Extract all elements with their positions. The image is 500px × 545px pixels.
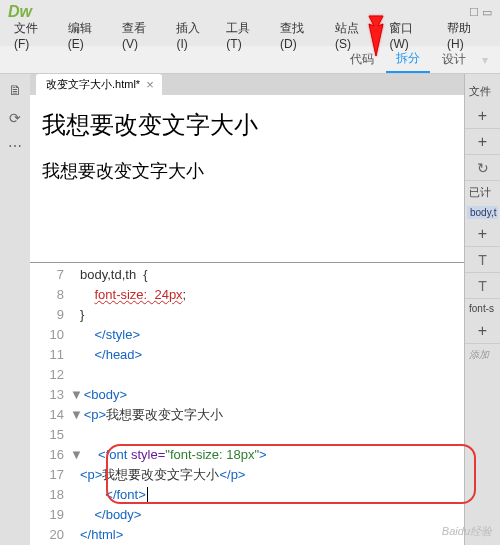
left-tool-rail: 🗎 ⟳ ⋯ <box>0 74 30 545</box>
menu-file[interactable]: 文件(F) <box>6 20 60 51</box>
view-dropdown-icon[interactable]: ▾ <box>482 53 488 67</box>
tab-title: 改变文字大小.html* <box>46 77 140 92</box>
code-content[interactable]: body,td,th { font-size: 24px; } </style>… <box>70 263 464 545</box>
panel-body-badge[interactable]: body,t <box>467 206 498 219</box>
annotation-arrow <box>365 14 387 62</box>
panel-plus-4[interactable]: + <box>465 318 500 344</box>
panel-t-icon-2[interactable]: T <box>465 273 500 299</box>
menu-tools[interactable]: 工具(T) <box>218 20 272 51</box>
panel-refresh-icon[interactable]: ↻ <box>465 155 500 181</box>
document-tab[interactable]: 改变文字大小.html* × <box>36 74 162 95</box>
file-icon[interactable]: 🗎 <box>8 82 22 98</box>
panel-add-label[interactable]: 添加 <box>465 344 500 366</box>
menu-insert[interactable]: 插入(I) <box>168 20 218 51</box>
tab-close-icon[interactable]: × <box>146 77 154 92</box>
panel-files-label[interactable]: 文件 <box>465 80 500 103</box>
view-design-button[interactable]: 设计 <box>432 47 476 72</box>
menu-window[interactable]: 窗口(W) <box>381 20 439 51</box>
right-panel: 文件 + + ↻ 已计 body,t + T T font-s + 添加 <box>464 74 500 545</box>
panel-plus-3[interactable]: + <box>465 221 500 247</box>
panel-t-icon-1[interactable]: T <box>465 247 500 273</box>
menu-bar: 文件(F) 编辑(E) 查看(V) 插入(I) 工具(T) 查找(D) 站点(S… <box>0 24 500 46</box>
document-tab-strip: 改变文字大小.html* × <box>30 74 464 95</box>
more-icon[interactable]: ⋯ <box>8 138 22 154</box>
window-controls[interactable]: ☐ ▭ <box>469 6 492 19</box>
code-editor-pane[interactable]: 7891011121314151617181920 body,td,th { f… <box>30 263 464 545</box>
app-logo: Dw <box>8 3 32 21</box>
preview-text-small: 我想要改变文字大小 <box>42 159 452 183</box>
panel-computed-label[interactable]: 已计 <box>465 181 500 204</box>
preview-text-large: 我想要改变文字大小 <box>42 109 452 141</box>
design-preview-pane[interactable]: 我想要改变文字大小 我想要改变文字大小 <box>30 95 464 263</box>
menu-edit[interactable]: 编辑(E) <box>60 20 114 51</box>
menu-find[interactable]: 查找(D) <box>272 20 327 51</box>
watermark-text: Baidu经验 <box>442 524 492 539</box>
manage-icon[interactable]: ⟳ <box>9 110 21 126</box>
panel-fontsize-label: font-s <box>465 299 500 318</box>
menu-help[interactable]: 帮助(H) <box>439 20 494 51</box>
panel-plus-1[interactable]: + <box>465 103 500 129</box>
line-number-gutter: 7891011121314151617181920 <box>30 263 70 545</box>
panel-plus-2[interactable]: + <box>465 129 500 155</box>
menu-view[interactable]: 查看(V) <box>114 20 168 51</box>
